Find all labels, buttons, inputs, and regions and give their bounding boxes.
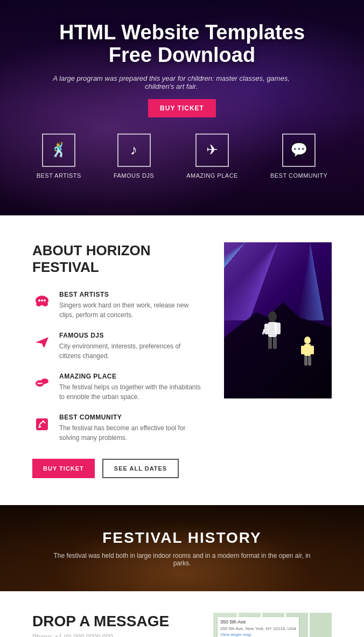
svg-point-10: [38, 383, 39, 384]
map-road: [308, 613, 310, 637]
svg-rect-23: [273, 337, 277, 349]
amazing-place-text: AMAZING PLACE The festival helps us toge…: [59, 373, 202, 402]
famous-djs-feature-title: FAMOUS DJs: [59, 332, 202, 339]
person-icon: 🕺: [50, 142, 67, 158]
see-all-dates-button[interactable]: SEE ALL DATES: [102, 459, 179, 478]
famous-djs-icon-box: ♪: [117, 134, 151, 167]
hero-icon-famous-djs: ♪ FAMOUS DJs: [114, 134, 154, 179]
famous-djs-text: FAMOUS DJs City environment, interests, …: [59, 332, 202, 361]
svg-rect-25: [304, 344, 311, 356]
hero-content: HTML Website Templates Free Download A l…: [47, 0, 317, 117]
music-icon: ♪: [130, 142, 137, 158]
map-link[interactable]: View larger map: [220, 632, 296, 637]
chat-icon: 💬: [290, 142, 307, 158]
contact-phone: Phone: +1 (0) 000 0000 000: [32, 633, 197, 637]
best-artists-feature-title: BEST ARTISTS: [59, 291, 202, 298]
best-community-label: BEST COMMUNITY: [270, 172, 327, 179]
svg-point-3: [38, 299, 40, 302]
svg-point-17: [268, 311, 277, 322]
svg-rect-26: [301, 346, 305, 354]
svg-rect-22: [268, 337, 272, 349]
festival-history-description: The festival was held both in large indo…: [47, 552, 317, 567]
feature-amazing-place: AMAZING PLACE The festival helps us toge…: [32, 373, 202, 402]
best-artists-feature-desc: Singers work hard on their work, release…: [59, 300, 202, 320]
amazing-place-label: AMAZING PLACE: [186, 172, 238, 179]
buy-ticket-button[interactable]: BUY TICKET: [148, 99, 216, 117]
festival-history-section: FESTIVAL HISTORY The festival was held b…: [0, 505, 364, 591]
map-visual: 350 5th Ave 350 5th Ave, New York, NY 10…: [213, 613, 332, 637]
svg-point-11: [39, 383, 41, 384]
best-community-feature-desc: The festival has become an effective too…: [59, 423, 202, 443]
best-artists-icon-box: 🕺: [42, 134, 75, 167]
contact-section: DROP A MESSAGE Phone: +1 (0) 000 0000 00…: [0, 591, 364, 637]
amazing-place-icon-box: ✈: [195, 134, 229, 167]
svg-point-24: [304, 337, 311, 344]
hero-icons-row: 🕺 BEST ARTISTS ♪ FAMOUS DJs ✈ AMAZING PL…: [37, 134, 328, 179]
pencil-edit-icon: [32, 415, 52, 434]
svg-marker-6: [36, 337, 48, 348]
feature-best-artists: BEST ARTISTS Singers work hard on their …: [32, 291, 202, 320]
hero-section: HTML Website Templates Free Download A l…: [0, 0, 364, 215]
best-artists-text: BEST ARTISTS Singers work hard on their …: [59, 291, 202, 320]
svg-rect-29: [308, 356, 311, 366]
best-community-icon-box: 💬: [282, 134, 316, 167]
paper-plane-icon: [32, 333, 52, 352]
hero-title: HTML Website Templates Free Download: [47, 22, 317, 67]
svg-point-2: [43, 302, 48, 306]
svg-point-5: [44, 299, 46, 302]
best-community-feature-title: BEST COMMUNITY: [59, 414, 202, 421]
hero-icon-best-artists: 🕺 BEST ARTISTS: [37, 134, 81, 179]
svg-point-4: [41, 299, 43, 302]
about-left-panel: ABOUT HORIZONFESTIVAL BEST ARTISTS Singe…: [32, 242, 202, 478]
hero-subtitle: A large program was prepared this year f…: [47, 74, 295, 90]
map-container[interactable]: 350 5th Ave 350 5th Ave, New York, NY 10…: [213, 613, 332, 637]
map-address-line1: 350 5th Ave: [220, 619, 296, 626]
best-community-text: BEST COMMUNITY The festival has become a…: [59, 414, 202, 443]
amazing-place-feature-title: AMAZING PLACE: [59, 373, 202, 380]
svg-rect-19: [264, 324, 269, 334]
history-background: [0, 505, 364, 591]
speech-bubble-icon: [32, 292, 52, 311]
map-address-line2: 350 5th Ave, New York, NY 10118, USA: [220, 626, 296, 632]
svg-rect-28: [304, 356, 307, 366]
about-buttons: BUY TICKET SEE ALL DATES: [32, 459, 202, 478]
feature-famous-djs: FAMOUS DJs City environment, interests, …: [32, 332, 202, 361]
svg-point-1: [36, 302, 41, 306]
contact-map-panel: 350 5th Ave 350 5th Ave, New York, NY 10…: [213, 613, 332, 637]
amazing-place-feature-desc: The festival helps us together with the …: [59, 382, 202, 402]
about-title: ABOUT HORIZONFESTIVAL: [32, 242, 202, 276]
about-buy-ticket-button[interactable]: BUY TICKET: [32, 459, 95, 478]
hero-icon-best-community: 💬 BEST COMMUNITY: [270, 134, 327, 179]
svg-rect-13: [36, 418, 48, 430]
svg-rect-21: [275, 323, 281, 334]
about-concert-image: [224, 242, 332, 398]
famous-djs-feature-desc: City environment, interests, preferences…: [59, 341, 202, 361]
feature-best-community: BEST COMMUNITY The festival has become a…: [32, 414, 202, 443]
bubble-group-icon: [32, 374, 52, 393]
contact-title: DROP A MESSAGE: [32, 613, 197, 630]
svg-point-12: [41, 383, 43, 384]
about-section: ABOUT HORIZONFESTIVAL BEST ARTISTS Singe…: [0, 215, 364, 505]
svg-rect-27: [310, 346, 314, 354]
best-artists-label: BEST ARTISTS: [37, 172, 81, 179]
concert-photo: [224, 242, 332, 398]
famous-djs-label: FAMOUS DJs: [114, 172, 154, 179]
plane-icon: ✈: [206, 142, 218, 158]
map-address-label: 350 5th Ave 350 5th Ave, New York, NY 10…: [218, 617, 299, 637]
festival-history-title: FESTIVAL HISTORY: [102, 529, 261, 547]
hero-icon-amazing-place: ✈ AMAZING PLACE: [186, 134, 238, 179]
contact-form-panel: DROP A MESSAGE Phone: +1 (0) 000 0000 00…: [32, 613, 197, 637]
svg-line-20: [263, 329, 264, 334]
